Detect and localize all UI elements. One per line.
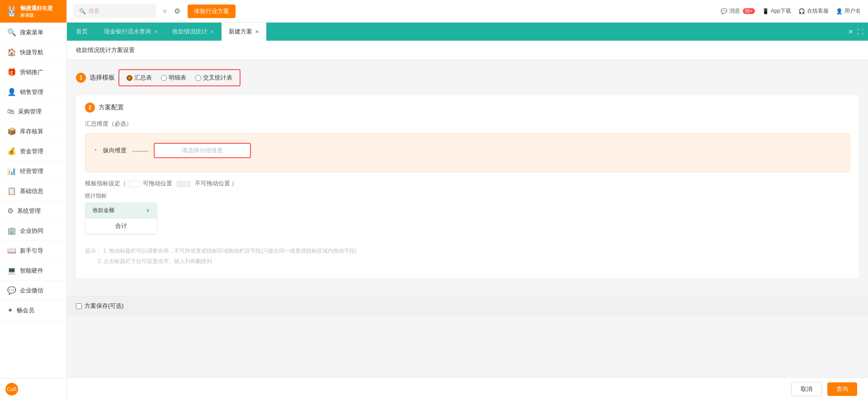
save-plan-checkbox[interactable] bbox=[76, 303, 82, 309]
service-icon: 🎧 bbox=[798, 8, 805, 14]
step2-section: 2 方案配置 汇总维度（必选） * 纵向维度 —— 请选择分组维度 bbox=[76, 95, 859, 278]
settings-button[interactable]: ⚙ bbox=[174, 7, 180, 15]
radio-input-summary[interactable] bbox=[127, 75, 132, 81]
sidebar-item-inventory[interactable]: 📦 库存核算 bbox=[0, 122, 66, 141]
close-tab-collection-stats[interactable]: ✕ bbox=[210, 29, 214, 35]
avatar: CaR bbox=[5, 383, 18, 395]
cancel-button[interactable]: 取消 bbox=[791, 382, 822, 396]
sidebar: 🐰 畅捷通好生意 标准版 🔍 搜索菜单 🏠 快捷导航 🎁 营销推广 👤 销售管理… bbox=[0, 0, 67, 400]
search-icon: 🔍 bbox=[79, 8, 86, 14]
metrics-subrow: 合计 bbox=[85, 218, 157, 234]
step2-number: 2 bbox=[85, 103, 95, 113]
dimension-select[interactable]: 请选择分组维度 bbox=[154, 143, 251, 158]
message-icon: 💬 bbox=[721, 8, 727, 14]
radio-detail[interactable]: 明细表 bbox=[161, 74, 186, 82]
sidebar-item-hardware[interactable]: 💻 智能硬件 bbox=[0, 261, 66, 281]
save-plan-label[interactable]: 方案保存(可选) bbox=[85, 302, 124, 310]
tab-bank-flow[interactable]: 现金银行流水查询 ✕ bbox=[97, 23, 165, 41]
sidebar-item-label: 库存核算 bbox=[20, 127, 43, 136]
user-icon: 👤 bbox=[7, 88, 16, 96]
tips-item-2: 2. 点击标题栏下拉可设置排序、插入列和删除列 bbox=[98, 258, 212, 264]
query-button[interactable]: 查询 bbox=[827, 382, 857, 396]
sidebar-item-newbie[interactable]: 📖 新手引导 bbox=[0, 241, 66, 261]
radio-summary[interactable]: 汇总表 bbox=[127, 74, 152, 82]
search-placeholder: 搜索 bbox=[89, 7, 99, 15]
sidebar-item-member[interactable]: ✦ 畅会员 bbox=[0, 301, 66, 320]
close-tab-new-plan[interactable]: ✕ bbox=[255, 29, 259, 35]
sidebar-logo: 🐰 畅捷通好生意 标准版 bbox=[0, 0, 66, 23]
sidebar-item-label: 系统管理 bbox=[17, 207, 41, 215]
metrics-table: 收款金额 ∨ 合计 bbox=[85, 202, 157, 235]
sidebar-item-label: 新手引导 bbox=[20, 247, 43, 255]
close-tab-bank-flow[interactable]: ✕ bbox=[154, 29, 158, 35]
sidebar-item-label: 企业协同 bbox=[20, 227, 43, 235]
radio-input-cross[interactable] bbox=[195, 75, 201, 81]
vertical-dimension-label: 纵向维度 bbox=[103, 146, 127, 155]
user-icon: 👤 bbox=[836, 8, 843, 14]
search-menu-icon: 🔍 bbox=[7, 28, 16, 37]
no-draggable-indicator bbox=[177, 181, 190, 187]
computer-icon: 💻 bbox=[7, 266, 16, 275]
sidebar-item-quick-nav[interactable]: 🏠 快捷导航 bbox=[0, 42, 66, 62]
box-icon: 📦 bbox=[7, 127, 16, 136]
bottom-action-bar: 取消 查询 bbox=[67, 377, 868, 400]
notification-button[interactable]: 💬 消息 99+ bbox=[721, 7, 755, 15]
topbar-actions: 💬 消息 99+ 📱 App下载 🎧 在线客服 👤 用户名 bbox=[721, 7, 861, 15]
metrics-header: 模板指标设定（ 可拖动位置 不可拖动位置 ） bbox=[85, 179, 850, 188]
sidebar-item-search-menu[interactable]: 🔍 搜索菜单 bbox=[0, 23, 66, 42]
step1-header: 1 选择模板 汇总表 明细表 交叉统计表 bbox=[76, 69, 859, 86]
radio-cross[interactable]: 交叉统计表 bbox=[195, 74, 232, 82]
online-service-button[interactable]: 🎧 在线客服 bbox=[798, 7, 829, 15]
sidebar-item-label: 销售管理 bbox=[20, 88, 43, 96]
radio-label-detail[interactable]: 明细表 bbox=[169, 74, 186, 82]
tips-title: 提示： bbox=[85, 247, 101, 255]
sidebar-item-label: 快捷导航 bbox=[20, 48, 43, 56]
sidebar-item-enterprise[interactable]: 🏢 企业协同 bbox=[0, 221, 66, 241]
page-body: 1 选择模板 汇总表 明细表 交叉统计表 bbox=[67, 60, 868, 296]
close-window-icon[interactable]: ✕ bbox=[848, 28, 854, 35]
notification-badge: 99+ bbox=[743, 8, 755, 14]
chart-icon: 📊 bbox=[7, 167, 16, 175]
metrics-header-row[interactable]: 收款金额 ∨ bbox=[85, 203, 157, 218]
sidebar-item-basic[interactable]: 📋 基础信息 bbox=[0, 181, 66, 201]
building-icon: 🏢 bbox=[7, 226, 16, 235]
sidebar-item-system[interactable]: ⚙ 系统管理 bbox=[0, 201, 66, 221]
industry-plan-button[interactable]: 体验行业方案 bbox=[188, 5, 236, 18]
sidebar-item-sales[interactable]: 👤 销售管理 bbox=[0, 82, 66, 102]
topbar-dropdown-icon[interactable]: ▾ bbox=[163, 6, 167, 16]
step1-number: 1 bbox=[76, 73, 86, 83]
tabs-bar: 首页 现金银行流水查询 ✕ 收款情况统计 ✕ 新建方案 ✕ ✕ ⛶ bbox=[67, 23, 868, 41]
tab-home[interactable]: 首页 bbox=[67, 23, 97, 41]
gift-icon: 🎁 bbox=[7, 68, 16, 76]
book-icon: 📖 bbox=[7, 246, 16, 255]
tips-row1: 提示： 1. 拖动标题栏可以调整布局，不可跨维度或指标区域拖动栏目字段(只能在同… bbox=[85, 247, 850, 255]
sidebar-item-operation[interactable]: 📊 经营管理 bbox=[0, 161, 66, 181]
app-download-button[interactable]: 📱 App下载 bbox=[762, 7, 791, 15]
radio-label-summary[interactable]: 汇总表 bbox=[134, 74, 152, 82]
step1-title: 选择模板 bbox=[90, 74, 115, 82]
tabs-right-controls: ✕ ⛶ bbox=[848, 28, 868, 35]
sidebar-item-fund[interactable]: 💰 资金管理 bbox=[0, 141, 66, 161]
maximize-window-icon[interactable]: ⛶ bbox=[857, 28, 863, 35]
chat-icon: 💬 bbox=[7, 286, 16, 295]
sidebar-item-purchase[interactable]: 🛍 采购管理 bbox=[0, 102, 66, 122]
star-icon: ✦ bbox=[7, 306, 13, 315]
radio-label-cross[interactable]: 交叉统计表 bbox=[203, 74, 232, 82]
tab-collection-stats[interactable]: 收款情况统计 ✕ bbox=[165, 23, 222, 41]
gear-icon: ⚙ bbox=[7, 207, 14, 215]
sidebar-item-label: 基础信息 bbox=[20, 187, 43, 195]
draggable-indicator bbox=[128, 181, 142, 187]
topbar: 🔍 搜索 ▾ ⚙ 体验行业方案 💬 消息 99+ 📱 App下载 🎧 在线客服 bbox=[67, 0, 868, 23]
radio-input-detail[interactable] bbox=[161, 75, 167, 81]
sidebar-item-marketing[interactable]: 🎁 营销推广 bbox=[0, 62, 66, 82]
sidebar-item-wechat[interactable]: 💬 企业微信 bbox=[0, 281, 66, 301]
step2-title: 方案配置 bbox=[99, 104, 124, 112]
tab-new-plan[interactable]: 新建方案 ✕ bbox=[222, 23, 266, 41]
sidebar-item-label: 智能硬件 bbox=[20, 267, 43, 275]
sidebar-item-label: 资金管理 bbox=[20, 147, 43, 155]
chevron-down-icon[interactable]: ∨ bbox=[146, 207, 150, 213]
main-area: 🔍 搜索 ▾ ⚙ 体验行业方案 💬 消息 99+ 📱 App下载 🎧 在线客服 bbox=[67, 0, 868, 400]
gear-icon: ⚙ bbox=[174, 7, 180, 15]
search-box[interactable]: 🔍 搜索 bbox=[74, 5, 156, 18]
user-menu[interactable]: 👤 用户名 bbox=[836, 7, 861, 15]
